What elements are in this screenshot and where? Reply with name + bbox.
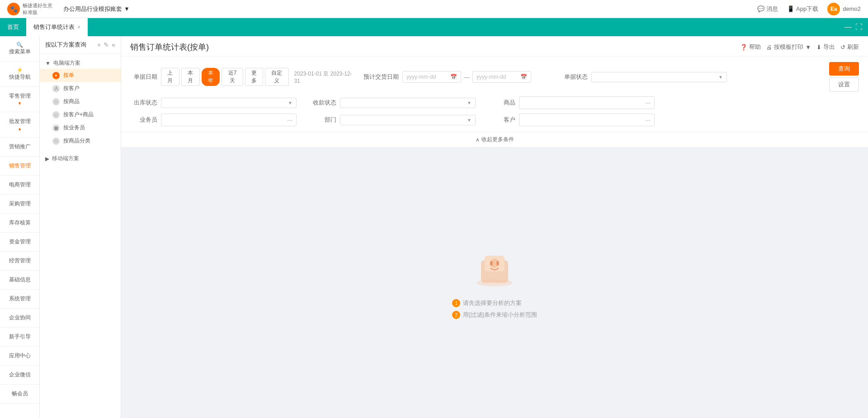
date-btn-last-month[interactable]: 上月 bbox=[161, 68, 179, 86]
date-btn-this-year[interactable]: 本年 bbox=[202, 68, 220, 86]
print-arrow-icon: ▼ bbox=[805, 44, 811, 51]
sidebar-item-purchase[interactable]: 采购管理 bbox=[0, 195, 39, 214]
mobile-section-arrow-icon: ▶ bbox=[45, 156, 49, 162]
filter-item-customer: 客户 ··· bbox=[488, 114, 660, 126]
salesman-input[interactable]: ··· bbox=[161, 114, 297, 126]
tab-close-icon[interactable]: × bbox=[77, 24, 80, 30]
sidebar-item-search[interactable]: 🔍 搜索菜单 bbox=[0, 36, 39, 62]
top-bar-right: 💬 消息 📱 App下载 Ea demo2 bbox=[757, 3, 861, 15]
customer-dots[interactable]: ··· bbox=[645, 116, 651, 124]
filter-item-expected-date: 预计交货日期 yyyy-mm-dd 📅 — yyyy-mm-dd 📅 bbox=[363, 71, 553, 83]
scheme-item-by-category[interactable]: □ 按商品分类 bbox=[40, 134, 121, 147]
date-btn-last7[interactable]: 近7天 bbox=[222, 68, 243, 86]
sidebar-item-finance[interactable]: 资金管理 bbox=[0, 233, 39, 252]
tab-sales-stats[interactable]: 销售订单统计表 × bbox=[26, 18, 88, 36]
out-status-arrow-icon: ▼ bbox=[288, 100, 292, 105]
sidebar-item-member[interactable]: 畅会员 bbox=[0, 385, 39, 404]
scheme-item-by-order[interactable]: ● 按单 bbox=[40, 69, 121, 82]
date-btn-custom[interactable]: 自定义 bbox=[265, 68, 288, 86]
filter-item-salesman: 业务员 ··· bbox=[130, 114, 302, 126]
maximize-icon[interactable]: ⛶ bbox=[855, 23, 863, 31]
expected-date-inputs: yyyy-mm-dd 📅 — yyyy-mm-dd 📅 bbox=[402, 71, 531, 83]
empty-tip-1: 1 请先选择要分析的方案 bbox=[452, 299, 537, 307]
status-select[interactable]: ▼ bbox=[591, 72, 727, 82]
customer-input[interactable]: ··· bbox=[519, 114, 655, 126]
expected-date-from[interactable]: yyyy-mm-dd 📅 bbox=[402, 71, 461, 83]
filter-item-collect-status: 收款状态 ▼ bbox=[309, 98, 481, 108]
dept-select[interactable]: ▼ bbox=[340, 115, 476, 125]
export-btn[interactable]: ⬇ 导出 bbox=[816, 43, 835, 51]
scheme-order-icon: ● bbox=[52, 72, 60, 79]
template-print-btn[interactable]: 🖨 按模板打印 ▼ bbox=[766, 43, 811, 51]
scheme-cg-icon: □ bbox=[52, 111, 60, 119]
page-actions: ❓ 帮助 🖨 按模板打印 ▼ ⬇ 导出 ↺ 刷新 bbox=[740, 43, 859, 51]
tip-2-num: 2 bbox=[452, 311, 460, 319]
sidebar-item-wholesale[interactable]: 批发管理 ▲ bbox=[0, 112, 39, 138]
cal-to-icon: 📅 bbox=[520, 74, 527, 80]
svg-rect-4 bbox=[490, 261, 493, 266]
sidebar: 🔍 搜索菜单 ⚡ 快捷导航 零售管理 ▼ 批发管理 ▲ 营销推广 销售管理 电商… bbox=[0, 36, 40, 418]
print-icon: 🖨 bbox=[766, 44, 772, 51]
sidebar-item-retail[interactable]: 零售管理 ▼ bbox=[0, 87, 39, 112]
scheme-item-by-customer-goods[interactable]: □ 按客户+商品 bbox=[40, 108, 121, 121]
sidebar-item-enterprise[interactable]: 企业协同 bbox=[0, 309, 39, 328]
sidebar-item-system[interactable]: 系统管理 bbox=[0, 290, 39, 309]
scheme-customer-icon: 人 bbox=[52, 85, 60, 92]
filter-item-dept: 部门 ▼ bbox=[309, 115, 481, 125]
scheme-item-by-goods[interactable]: □ 按商品 bbox=[40, 95, 121, 108]
pc-scheme-label[interactable]: ▼ 电脑端方案 bbox=[40, 57, 121, 69]
sidebar-item-ecommerce[interactable]: 电商管理 bbox=[0, 176, 39, 195]
date-range-text: 2023-01-01 至 2023-12-31 bbox=[294, 70, 356, 84]
date-label: 单据日期 bbox=[130, 73, 157, 81]
sidebar-item-inventory[interactable]: 库存核算 bbox=[0, 214, 39, 233]
sidebar-item-basic-info[interactable]: 基础信息 bbox=[0, 271, 39, 290]
nav-controls: — ⛶ bbox=[844, 23, 868, 31]
filter-row-2: 出库状态 ▼ 收款状态 ▼ bbox=[130, 96, 859, 109]
app-selector[interactable]: 办公用品行业模拟账套 ▼ bbox=[63, 5, 130, 13]
user-area[interactable]: Ea demo2 bbox=[827, 3, 861, 15]
mobile-scheme-section[interactable]: ▶ 移动端方案 bbox=[40, 153, 121, 164]
help-btn[interactable]: ❓ 帮助 bbox=[740, 43, 761, 51]
sidebar-item-wechat[interactable]: 企业微信 bbox=[0, 366, 39, 385]
filter-row-1: 单据日期 上月 本月 本年 近7天 更多 自定义 20 bbox=[130, 62, 859, 92]
sidebar-item-app-center[interactable]: 应用中心 bbox=[0, 347, 39, 366]
app-download-btn[interactable]: 📱 App下载 bbox=[787, 5, 818, 13]
scheme-panel: 按以下方案查询 + ✎ « ▼ 电脑端方案 ● 按单 人 按客户 bbox=[40, 36, 121, 418]
collect-status-select[interactable]: ▼ bbox=[340, 98, 476, 108]
reset-button[interactable]: 设置 bbox=[829, 77, 859, 92]
filter-item-status: 单据状态 ▼ bbox=[561, 72, 732, 82]
help-icon: ❓ bbox=[740, 44, 747, 51]
sidebar-item-sales[interactable]: 销售管理 bbox=[0, 157, 39, 176]
date-btn-this-month[interactable]: 本月 bbox=[181, 68, 200, 86]
scheme-item-by-salesman[interactable]: ▦ 按业务员 bbox=[40, 121, 121, 134]
filter-row-3: 业务员 ··· 部门 ▼ bbox=[130, 114, 859, 126]
sidebar-item-shortcut[interactable]: ⚡ 快捷导航 bbox=[0, 62, 39, 87]
filter-item-out-status: 出库状态 ▼ bbox=[130, 98, 302, 108]
edit-scheme-icon[interactable]: ✎ bbox=[104, 41, 109, 48]
sidebar-item-operations[interactable]: 经营管理 bbox=[0, 252, 39, 271]
goods-input[interactable]: ··· bbox=[519, 96, 655, 109]
out-status-select[interactable]: ▼ bbox=[161, 98, 297, 108]
goods-dots[interactable]: ··· bbox=[645, 99, 651, 106]
date-btn-more[interactable]: 更多 bbox=[245, 68, 264, 86]
collapse-button[interactable]: ∧ 收起更多条件 bbox=[476, 136, 514, 143]
empty-area: 1 请先选择要分析的方案 2 用[过滤]条件来缩小分析范围 bbox=[121, 147, 868, 418]
avatar: Ea bbox=[827, 3, 840, 15]
refresh-btn[interactable]: ↺ 刷新 bbox=[840, 43, 859, 51]
empty-tip-2: 2 用[过滤]条件来缩小分析范围 bbox=[452, 311, 537, 319]
pc-section-arrow-icon: ▼ bbox=[45, 60, 51, 66]
collapse-scheme-icon[interactable]: « bbox=[112, 41, 115, 48]
expected-date-to[interactable]: yyyy-mm-dd 📅 bbox=[472, 71, 531, 83]
query-button[interactable]: 查询 bbox=[829, 62, 859, 76]
minimize-icon[interactable]: — bbox=[844, 23, 852, 31]
tab-home[interactable]: 首页 bbox=[0, 18, 26, 36]
scheme-goods-icon: □ bbox=[52, 98, 60, 105]
message-btn[interactable]: 💬 消息 bbox=[757, 5, 778, 13]
out-status-label: 出库状态 bbox=[130, 99, 157, 107]
sidebar-item-marketing[interactable]: 营销推广 bbox=[0, 138, 39, 157]
collapse-bar: ∧ 收起更多条件 bbox=[121, 132, 868, 147]
add-scheme-icon[interactable]: + bbox=[97, 41, 101, 48]
sidebar-item-newbie[interactable]: 新手引导 bbox=[0, 328, 39, 347]
scheme-item-by-customer[interactable]: 人 按客户 bbox=[40, 82, 121, 95]
salesman-dots[interactable]: ··· bbox=[287, 116, 292, 124]
